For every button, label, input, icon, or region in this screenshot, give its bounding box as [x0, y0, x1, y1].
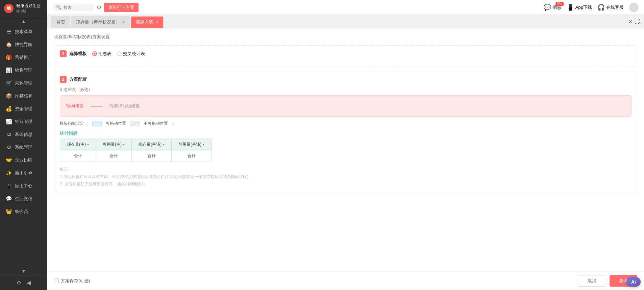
step1-badge: 1 — [60, 50, 67, 57]
col-current-aux-arrow[interactable]: ▾ — [163, 143, 165, 146]
sidebar-bottom: ⚙ ◀ — [0, 275, 47, 290]
sidebar-item-member-label: 畅会员 — [15, 209, 28, 215]
dimension-config-area[interactable]: *纵向维度 —— 请选择分组维度 — [60, 95, 631, 117]
sidebar-item-search-label: 搜索菜单 — [15, 29, 32, 35]
dim-arrow: —— — [90, 102, 102, 110]
sidebar-item-inventory[interactable]: 📦 库存核算 — [0, 90, 47, 102]
search-menu-icon: ☰ — [5, 29, 12, 35]
step2-title: 方案配置 — [69, 76, 87, 82]
sidebar: 畅 畅康通好生意 标准版 ▲ ☰ 搜索菜单 🏠 快捷导航 🎁 营销推广 📊 销售… — [0, 0, 47, 290]
tab-close-btn[interactable]: ✕ — [628, 18, 633, 25]
col-current-aux[interactable]: 现存量(基辅) ▾ — [132, 139, 172, 150]
col-available-main-arrow[interactable]: ▾ — [123, 143, 125, 146]
radio-summary[interactable]: 汇总表 — [92, 51, 112, 57]
sidebar-item-system[interactable]: ⚙ 系统管理 — [0, 141, 47, 154]
draggable-label: 可拖动位置 — [106, 121, 126, 126]
sidebar-item-finance[interactable]: 💰 资金管理 — [0, 102, 47, 115]
sidebar-item-enterprise[interactable]: 🤝 企业协同 — [0, 154, 47, 167]
tab-new-scheme-close[interactable]: ✕ — [155, 20, 158, 25]
sidebar-items-list: ☰ 搜索菜单 🏠 快捷导航 🎁 营销推广 📊 销售管理 🛒 采购管理 📦 库存核… — [0, 25, 47, 267]
topbar-search-box[interactable]: 🔍 — [53, 3, 94, 11]
col-current-main-arrow[interactable]: ▾ — [87, 143, 89, 146]
topbar-right: 💬 99+ 消息 📱 App下载 🎧 在线客服 — [544, 3, 639, 12]
tip-item-1: 1.拖动标题栏可以调整布局，不可跨维度或指标区域拖动栏目字段(只能在同一维度或指… — [60, 173, 631, 181]
mobile-icon: 📱 — [5, 183, 12, 189]
collapse-btn[interactable]: ◀ — [25, 278, 32, 287]
tab-expand-btn[interactable]: ⛶ — [635, 18, 640, 25]
col-available-main-summary: 合计 — [96, 150, 132, 162]
dim-required-label: *纵向维度 — [66, 103, 83, 109]
trial-btn[interactable]: 体验行业方案 — [104, 3, 139, 12]
sidebar-item-basic-info-label: 基础信息 — [15, 131, 32, 138]
sidebar-item-basic-info[interactable]: 🗂 基础信息 — [0, 128, 47, 141]
online-service-label: 在线客服 — [606, 4, 624, 10]
user-avatar[interactable] — [629, 3, 639, 12]
app-edition: 标准版 — [16, 9, 41, 14]
handshake-icon: 🤝 — [5, 157, 12, 163]
save-label: 方案保存(可选) — [61, 278, 90, 284]
sidebar-item-sales-label: 销售管理 — [15, 67, 32, 73]
download-icon: 📱 — [567, 4, 574, 11]
sidebar-scroll-down[interactable]: ▼ — [0, 267, 47, 275]
sidebar-item-marketing[interactable]: 🎁 营销推广 — [0, 51, 47, 64]
message-icon: 💬 — [544, 4, 551, 11]
col-available-aux[interactable]: 可用量(基辅) ▾ — [172, 139, 212, 150]
step2-header: 2 方案配置 — [60, 76, 631, 83]
sidebar-item-operation[interactable]: 📈 经营管理 — [0, 115, 47, 128]
step2-section: 2 方案配置 汇总维度（必选） *纵向维度 —— 请选择分组维度 模板指标设定（… — [54, 71, 637, 193]
tab-inventory-status-label: 现存量（库存状况表） — [76, 19, 120, 25]
tab-new-scheme[interactable]: 新建方案 ✕ — [131, 16, 164, 28]
sidebar-item-app-center[interactable]: 📱 应用中心 — [0, 179, 47, 192]
col-available-aux-summary: 合计 — [172, 150, 212, 162]
tab-home[interactable]: 首页 — [51, 16, 70, 28]
message-btn[interactable]: 💬 99+ 消息 — [544, 4, 561, 11]
non-draggable-label: 不可拖动位置 — [144, 121, 168, 126]
tabbar: 首页 现存量（库存状况表） ✕ 新建方案 ✕ ✕ ⛶ — [47, 15, 644, 28]
sidebar-item-purchase[interactable]: 🛒 采购管理 — [0, 77, 47, 90]
system-icon: ⚙ — [5, 144, 12, 150]
content-area: 现存量(库存状况表)方案设置 1 选择模板 汇总表 交叉统计表 — [47, 28, 644, 271]
chart-icon: 📈 — [5, 119, 12, 125]
radio-cross[interactable]: 交叉统计表 — [117, 51, 145, 57]
col-available-aux-arrow[interactable]: ▾ — [203, 143, 204, 146]
sidebar-item-guide[interactable]: ✨ 新手引导 — [0, 167, 47, 179]
col-available-main-label: 可用量(主) — [103, 142, 122, 147]
col-current-aux-label: 现存量(基辅) — [139, 142, 162, 147]
indicator-legend-row: 模板指标设定（ 可拖动位置 不可拖动位置 ） — [60, 121, 631, 126]
step2-badge: 2 — [60, 76, 67, 83]
sidebar-item-search[interactable]: ☰ 搜索菜单 — [0, 25, 47, 38]
sidebar-item-sales[interactable]: 📊 销售管理 — [0, 64, 47, 77]
money-icon: 💰 — [5, 106, 12, 112]
sidebar-item-quick-nav[interactable]: 🏠 快捷导航 — [0, 38, 47, 51]
tab-new-scheme-label: 新建方案 — [136, 19, 153, 25]
footer: 方案保存(可选) 取消 查询 — [47, 271, 644, 290]
service-icon: 🎧 — [597, 4, 605, 11]
tips-title: 提示： — [60, 167, 72, 172]
radio-cross-dot — [117, 51, 122, 56]
sidebar-item-marketing-label: 营销推广 — [15, 54, 32, 61]
tab-inventory-status-close[interactable]: ✕ — [122, 20, 125, 25]
app-download-btn[interactable]: 📱 App下载 — [567, 4, 592, 11]
radio-cross-label: 交叉统计表 — [123, 51, 145, 57]
col-current-main[interactable]: 现存量(主) ▾ — [60, 139, 96, 150]
stats-table: 现存量(主) ▾ 可用量(主) ▾ 现存量(基辅 — [60, 139, 212, 162]
settings-btn[interactable]: ⚙ — [15, 278, 23, 287]
sidebar-item-member[interactable]: 👑 畅会员 — [0, 205, 47, 218]
col-current-main-label: 现存量(主) — [67, 142, 86, 147]
settings-gear-btn[interactable]: ⚙ — [97, 4, 101, 10]
save-checkbox[interactable] — [54, 279, 59, 283]
cancel-button[interactable]: 取消 — [578, 275, 606, 287]
sidebar-item-wechat[interactable]: 💬 企业微信 — [0, 192, 47, 205]
tab-inventory-status[interactable]: 现存量（库存状况表） ✕ — [71, 16, 130, 28]
crown-icon: 👑 — [5, 209, 12, 215]
col-available-main[interactable]: 可用量(主) ▾ — [96, 139, 132, 150]
search-input[interactable] — [64, 5, 91, 10]
save-checkbox-area[interactable]: 方案保存(可选) — [54, 278, 90, 284]
app-download-label: App下载 — [575, 4, 592, 10]
ai-badge[interactable]: Ai — [626, 277, 641, 287]
online-service-btn[interactable]: 🎧 在线客服 — [597, 4, 624, 11]
sidebar-scroll-up[interactable]: ▲ — [0, 17, 47, 25]
box-icon: 📦 — [5, 93, 12, 99]
sidebar-item-enterprise-label: 企业协同 — [15, 157, 32, 163]
table-row: 合计 合计 合计 合计 — [60, 150, 212, 162]
